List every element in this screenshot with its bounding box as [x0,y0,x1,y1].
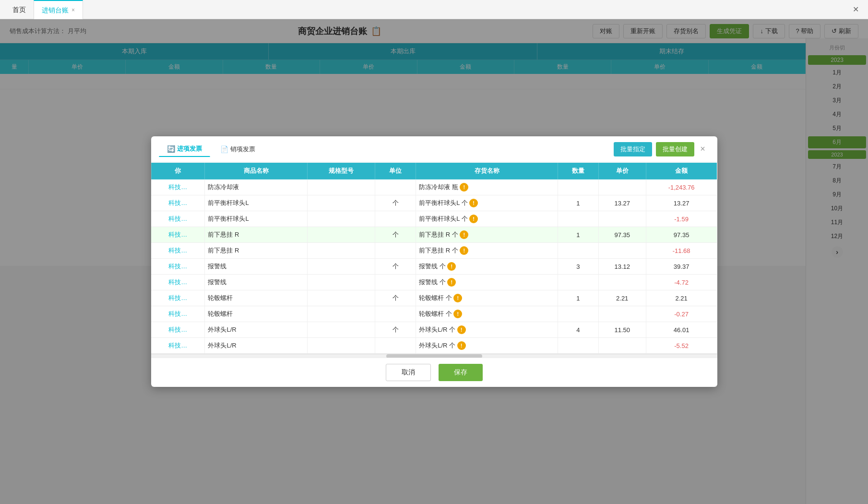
table-row: 科技… 前下悬挂 R 前下悬挂 R 个 ! -11.68 [151,243,717,259]
cell-price [598,275,646,290]
cell-unit [375,306,416,322]
cell-spec [308,338,375,354]
cell-amount: -5.52 [646,338,717,354]
col-inventory: 存货名称 [416,163,558,180]
table-row: 科技… 前下悬挂 R 个 前下悬挂 R 个 ! 1 97.35 97.35 [151,227,717,243]
cell-qty: 1 [558,195,598,211]
batch-assign-button[interactable]: 批量指定 [614,142,652,156]
table-row: 科技… 轮毂螺杆 轮毂螺杆 个 ! -0.27 [151,306,717,322]
cell-amount: -1.59 [646,211,717,227]
cell-spec [308,243,375,259]
cell-company: 科技… [151,259,205,275]
warning-icon: ! [453,310,462,318]
table-row: 科技… 轮毂螺杆 个 轮毂螺杆 个 ! 1 2.21 2.21 [151,290,717,306]
cell-company: 科技… [151,275,205,290]
cell-inventory: 报警线 个 ! [416,259,558,275]
cell-unit: 个 [375,322,416,338]
cancel-button[interactable]: 取消 [386,364,431,381]
cell-inventory: 前平衡杆球头L 个 ! [416,211,558,227]
cell-unit [375,211,416,227]
table-row: 科技… 前平衡杆球头L 个 前平衡杆球头L 个 ! 1 13.27 13.27 [151,195,717,211]
cell-product: 前平衡杆球头L [205,195,308,211]
batch-create-button[interactable]: 批量创建 [656,142,694,156]
cell-amount: -0.27 [646,306,717,322]
incoming-icon: 🔄 [167,145,175,153]
cell-product: 防冻冷却液 [205,180,308,195]
main-area: 销售成本计算方法： 月平均 商贸企业进销台账 📋 对账 重新开账 存货别名 生成… [0,19,868,504]
col-spec: 规格型号 [308,163,375,180]
cell-amount: -11.68 [646,243,717,259]
tab-outgoing-invoice[interactable]: 📄 销项发票 [212,142,263,157]
cell-product: 前平衡杆球头L [205,211,308,227]
cell-qty: 1 [558,290,598,306]
warning-icon: ! [469,215,478,223]
window-close-button[interactable]: ✕ [848,2,863,17]
table-row: 科技… 报警线 个 报警线 个 ! 3 13.12 39.37 [151,259,717,275]
cell-product: 外球头L/R [205,338,308,354]
cell-price [598,243,646,259]
modal-action-buttons: 批量指定 批量创建 [614,142,694,156]
cell-qty [558,211,598,227]
cell-unit: 个 [375,227,416,243]
cell-price [598,338,646,354]
cell-inventory: 外球头L/R 个 ! [416,322,558,338]
col-company: 你 [151,163,205,180]
warning-icon: ! [457,341,466,350]
cell-qty [558,243,598,259]
cell-price: 13.12 [598,259,646,275]
cell-company: 科技… [151,290,205,306]
cell-company: 科技… [151,227,205,243]
cell-qty: 4 [558,322,598,338]
cell-spec [308,211,375,227]
cell-company: 科技… [151,243,205,259]
cell-amount: 2.21 [646,290,717,306]
warning-icon: ! [460,246,468,255]
modal-table-wrapper: 你 商品名称 规格型号 单位 存货名称 数量 单价 金额 科技… 防冻冷却液 [151,162,717,354]
cell-price [598,211,646,227]
tab-home[interactable]: 首页 [5,0,34,19]
cell-price: 13.27 [598,195,646,211]
tab-active[interactable]: 进销台账 × [34,0,83,19]
col-product: 商品名称 [205,163,308,180]
modal-close-button[interactable]: × [696,143,710,156]
cell-company: 科技… [151,322,205,338]
warning-icon: ! [457,325,466,334]
modal-dialog: 🔄 进项发票 📄 销项发票 批量指定 批量创建 × [151,136,717,387]
table-row: 科技… 报警线 报警线 个 ! -4.72 [151,275,717,290]
tab-incoming-invoice[interactable]: 🔄 进项发票 [159,141,210,157]
cell-spec [308,322,375,338]
cell-qty: 1 [558,227,598,243]
cell-product: 轮毂螺杆 [205,306,308,322]
table-row: 科技… 外球头L/R 外球头L/R 个 ! -5.52 [151,338,717,354]
cell-amount: 13.27 [646,195,717,211]
col-price: 单价 [598,163,646,180]
col-amount: 金额 [646,163,717,180]
cell-price: 11.50 [598,322,646,338]
cell-unit [375,275,416,290]
cell-product: 轮毂螺杆 [205,290,308,306]
save-button[interactable]: 保存 [439,364,483,381]
cell-spec [308,195,375,211]
cell-inventory: 报警线 个 ! [416,275,558,290]
tab-outgoing-label: 销项发票 [230,145,255,154]
cell-company: 科技… [151,195,205,211]
cell-inventory: 轮毂螺杆 个 ! [416,306,558,322]
cell-unit [375,338,416,354]
cell-qty [558,275,598,290]
cell-company: 科技… [151,306,205,322]
cell-inventory: 外球头L/R 个 ! [416,338,558,354]
warning-icon: ! [469,199,478,207]
modal-header: 🔄 进项发票 📄 销项发票 批量指定 批量创建 × [151,136,717,162]
cell-price [598,180,646,195]
cell-qty: 3 [558,259,598,275]
cell-qty [558,306,598,322]
cell-company: 科技… [151,338,205,354]
horizontal-scrollbar[interactable] [151,354,717,358]
warning-icon: ! [447,278,456,287]
tab-close-icon[interactable]: × [71,0,75,20]
table-row: 科技… 防冻冷却液 防冻冷却液 瓶 ! -1,243.76 [151,180,717,195]
cell-spec [308,227,375,243]
cell-amount: 97.35 [646,227,717,243]
cell-product: 前下悬挂 R [205,243,308,259]
cell-spec [308,290,375,306]
